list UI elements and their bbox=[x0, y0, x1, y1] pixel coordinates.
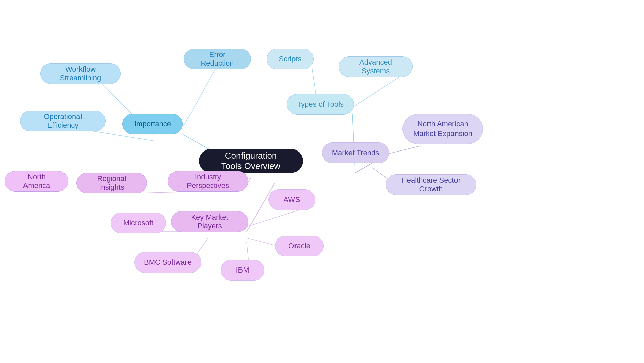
operational-label: Operational Efficiency bbox=[30, 112, 96, 130]
operational-node[interactable]: Operational Efficiency bbox=[20, 111, 106, 131]
workflow-node[interactable]: Workflow Streamlining bbox=[40, 63, 121, 84]
healthcare-node[interactable]: Healthcare Sector Growth bbox=[386, 174, 476, 195]
bmc-label: BMC Software bbox=[144, 258, 192, 267]
aws-node[interactable]: AWS bbox=[268, 189, 315, 210]
microsoft-node[interactable]: Microsoft bbox=[111, 213, 166, 233]
ibm-label: IBM bbox=[236, 266, 249, 275]
oracle-label: Oracle bbox=[288, 242, 310, 250]
market-trends-node[interactable]: Market Trends bbox=[322, 142, 389, 163]
svg-line-6 bbox=[352, 77, 399, 107]
aws-label: AWS bbox=[283, 195, 300, 204]
industry-node[interactable]: Industry Perspectives bbox=[168, 171, 248, 192]
importance-node[interactable]: Importance bbox=[122, 114, 183, 134]
importance-label: Importance bbox=[134, 120, 171, 128]
regional-node[interactable]: Regional Insights bbox=[76, 173, 147, 193]
svg-line-13 bbox=[247, 183, 275, 232]
north-america-label: North America bbox=[14, 173, 59, 190]
scripts-node[interactable]: Scripts bbox=[267, 49, 314, 69]
advanced-label: Advanced Systems bbox=[348, 58, 403, 75]
bmc-node[interactable]: BMC Software bbox=[134, 252, 201, 273]
error-node[interactable]: Error Reduction bbox=[184, 49, 251, 69]
market-trends-label: Market Trends bbox=[332, 148, 379, 157]
na-expansion-node[interactable]: North American Market Expansion bbox=[402, 114, 483, 144]
oracle-node[interactable]: Oracle bbox=[275, 236, 324, 256]
svg-line-14 bbox=[247, 208, 305, 227]
center-label: Configuration Tools Overview bbox=[216, 150, 286, 171]
error-label: Error Reduction bbox=[194, 50, 241, 68]
key-players-label: Key Market Players bbox=[181, 213, 238, 230]
na-expansion-label: North American Market Expansion bbox=[412, 119, 473, 138]
scripts-label: Scripts bbox=[279, 55, 301, 63]
healthcare-label: Healthcare Sector Growth bbox=[395, 176, 467, 193]
key-players-node[interactable]: Key Market Players bbox=[171, 211, 248, 232]
ibm-node[interactable]: IBM bbox=[221, 260, 264, 281]
microsoft-label: Microsoft bbox=[123, 219, 153, 227]
types-node[interactable]: Types of Tools bbox=[287, 94, 354, 115]
advanced-node[interactable]: Advanced Systems bbox=[339, 56, 413, 77]
workflow-label: Workflow Streamlining bbox=[50, 65, 111, 82]
svg-line-2 bbox=[183, 67, 216, 127]
types-label: Types of Tools bbox=[297, 100, 344, 109]
center-node: Configuration Tools Overview bbox=[199, 149, 303, 173]
regional-label: Regional Insights bbox=[86, 174, 137, 192]
north-america-node[interactable]: North America bbox=[5, 171, 68, 192]
svg-line-7 bbox=[355, 163, 372, 173]
industry-label: Industry Perspectives bbox=[177, 173, 238, 190]
